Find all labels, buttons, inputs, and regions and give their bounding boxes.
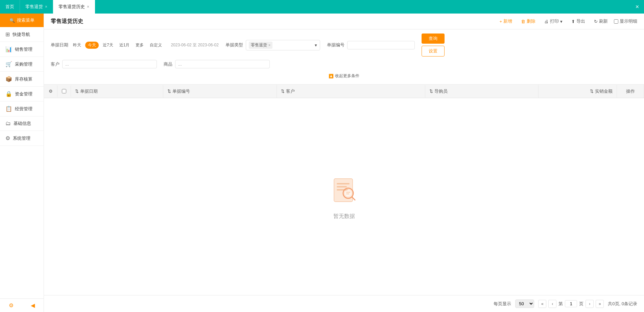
sidebar-item-quick-nav-label: 快捷导航 bbox=[13, 31, 30, 38]
print-icon: 🖨 bbox=[544, 19, 549, 24]
show-detail-checkbox[interactable] bbox=[614, 19, 618, 24]
th-amount[interactable]: ⇅ 实销金额 bbox=[539, 85, 617, 98]
sidebar-item-basic-info[interactable]: 🗂 基础信息 bbox=[0, 116, 44, 131]
window-close-button[interactable]: × bbox=[630, 3, 644, 10]
export-button[interactable]: ⬆ 导出 bbox=[569, 17, 588, 26]
tab-retail-return-history-label: 零售退货历史 bbox=[58, 4, 85, 10]
th-guide-sort-icon: ⇅ bbox=[429, 89, 433, 94]
filter-area: 单据日期 昨天 今天 近7天 近1月 更多 自定义 2023-06-02 至 2… bbox=[44, 29, 644, 85]
sidebar-item-operations[interactable]: 📋 经营管理 bbox=[0, 102, 44, 116]
table-header: ⚙ ⇅ 单据日期 ⇅ 单据编号 ⇅ 客户 ⇅ bbox=[44, 85, 644, 98]
refresh-label: 刷新 bbox=[599, 18, 608, 24]
tab-retail-return-close[interactable]: × bbox=[45, 4, 47, 9]
th-customer[interactable]: ⇅ 客户 bbox=[277, 85, 425, 98]
voucher-type-filter: 单据类型 零售退货 × ▾ bbox=[225, 40, 320, 50]
page-next-button[interactable]: › bbox=[586, 300, 594, 308]
tab-home[interactable]: 首页 bbox=[0, 0, 20, 14]
sidebar-item-operations-label: 经营管理 bbox=[15, 106, 32, 112]
voucher-type-tag-text: 零售退货 bbox=[251, 42, 267, 48]
customer-filter: 客户 ... bbox=[51, 60, 157, 68]
sidebar-item-purchase-label: 采购管理 bbox=[15, 61, 32, 67]
th-action: 操作 bbox=[617, 85, 644, 98]
sidebar-item-sales-label: 销售管理 bbox=[15, 46, 32, 52]
tab-retail-return[interactable]: 零售退货 × bbox=[20, 0, 53, 14]
empty-text: 暂无数据 bbox=[333, 213, 355, 220]
refresh-button[interactable]: ↻ 刷新 bbox=[591, 17, 611, 26]
filter-row-1: 单据日期 昨天 今天 近7天 近1月 更多 自定义 2023-06-02 至 2… bbox=[51, 34, 637, 57]
goods-dots: ... bbox=[178, 62, 182, 67]
select-all-checkbox[interactable] bbox=[62, 89, 66, 93]
purchase-icon: 🛒 bbox=[5, 61, 12, 67]
page-prev-button[interactable]: ‹ bbox=[548, 300, 556, 308]
customer-select[interactable]: ... bbox=[62, 60, 157, 68]
voucher-type-select[interactable]: 零售退货 × ▾ bbox=[246, 40, 320, 50]
goods-label: 商品 bbox=[164, 61, 172, 67]
pagination: 每页显示 50 10 20 100 « ‹ 第 页 › » 共0页, 0条记录 bbox=[44, 295, 644, 312]
voucher-type-tag: 零售退货 × bbox=[249, 42, 272, 49]
voucher-type-tag-close[interactable]: × bbox=[268, 43, 270, 47]
sidebar-item-quick-nav[interactable]: ⊞ 快捷导航 bbox=[0, 27, 44, 42]
sidebar-item-purchase[interactable]: 🛒 采购管理 bbox=[0, 57, 44, 72]
goods-select[interactable]: ... bbox=[175, 60, 270, 68]
sales-icon: 📊 bbox=[5, 46, 12, 52]
settings-button[interactable]: 设置 bbox=[422, 46, 445, 57]
page-header: 零售退货历史 + 新增 🗑 删除 🖨 打印 ▾ ⬆ 导出 bbox=[44, 14, 644, 29]
date-more[interactable]: 更多 bbox=[134, 42, 146, 49]
th-checkbox bbox=[57, 86, 71, 97]
add-label: 新增 bbox=[503, 18, 512, 24]
show-detail-checkbox-group: 显示明细 bbox=[614, 18, 637, 24]
query-button[interactable]: 查询 bbox=[422, 34, 445, 44]
page-size-select[interactable]: 50 10 20 100 bbox=[515, 299, 534, 308]
page-size-label: 每页显示 bbox=[494, 301, 511, 307]
th-amount-label: 实销金额 bbox=[595, 88, 613, 94]
customer-dots: ... bbox=[65, 62, 69, 67]
th-guide[interactable]: ⇅ 导购员 bbox=[425, 85, 539, 98]
customer-label: 客户 bbox=[51, 61, 59, 67]
collapse-button[interactable]: 🔼 收起更多条件 bbox=[325, 72, 363, 80]
sidebar-search-label: 搜索菜单 bbox=[17, 17, 34, 23]
date-7days[interactable]: 近7天 bbox=[101, 42, 115, 49]
date-filter: 单据日期 昨天 今天 近7天 近1月 更多 自定义 bbox=[51, 42, 164, 49]
page-last-button[interactable]: » bbox=[596, 300, 604, 308]
sidebar-bottom: ⚙ ◀ bbox=[0, 298, 44, 312]
print-label: 打印 bbox=[550, 18, 559, 24]
date-shortcuts: 昨天 今天 近7天 近1月 更多 自定义 bbox=[71, 42, 164, 49]
sidebar-item-finance[interactable]: 🔒 资金管理 bbox=[0, 87, 44, 102]
print-dropdown-icon: ▾ bbox=[560, 19, 563, 24]
page-nav: « ‹ 第 页 › » bbox=[538, 300, 604, 308]
svg-rect-1 bbox=[337, 183, 350, 184]
refresh-icon: ↻ bbox=[594, 19, 598, 24]
th-action-label: 操作 bbox=[626, 88, 635, 94]
tab-retail-return-history-close[interactable]: × bbox=[87, 4, 89, 9]
add-button[interactable]: + 新增 bbox=[497, 17, 515, 26]
sidebar-item-inventory[interactable]: 📦 库存核算 bbox=[0, 72, 44, 87]
sidebar-search[interactable]: 🔍 搜索菜单 bbox=[0, 14, 44, 27]
tab-retail-return-history[interactable]: 零售退货历史 × bbox=[53, 0, 95, 14]
quick-nav-icon: ⊞ bbox=[5, 31, 10, 38]
voucher-no-input[interactable] bbox=[347, 41, 415, 49]
voucher-no-filter: 单据编号 bbox=[327, 41, 415, 49]
delete-button[interactable]: 🗑 删除 bbox=[518, 17, 538, 26]
th-code[interactable]: ⇅ 单据编号 bbox=[163, 85, 277, 98]
th-customer-label: 客户 bbox=[286, 88, 295, 94]
voucher-type-label: 单据类型 bbox=[225, 42, 243, 48]
date-yesterday[interactable]: 昨天 bbox=[71, 42, 83, 49]
th-settings[interactable]: ⚙ bbox=[44, 85, 57, 97]
sidebar-item-basic-info-label: 基础信息 bbox=[14, 120, 31, 127]
page-input[interactable] bbox=[565, 300, 577, 307]
date-today[interactable]: 今天 bbox=[85, 42, 99, 49]
sidebar-item-sales[interactable]: 📊 销售管理 bbox=[0, 42, 44, 57]
date-1month[interactable]: 近1月 bbox=[117, 42, 132, 49]
sidebar-item-system[interactable]: ⚙ 系统管理 bbox=[0, 131, 44, 146]
sidebar-collapse-button[interactable]: ◀ bbox=[31, 302, 35, 309]
sidebar-settings-button[interactable]: ⚙ bbox=[9, 302, 14, 309]
th-date[interactable]: ⇅ 单据日期 bbox=[71, 85, 163, 98]
th-code-sort-icon: ⇅ bbox=[167, 89, 171, 94]
th-code-label: 单据编号 bbox=[172, 88, 190, 94]
print-button[interactable]: 🖨 打印 ▾ bbox=[542, 17, 565, 26]
date-custom[interactable]: 自定义 bbox=[148, 42, 164, 49]
page-unit: 页 bbox=[579, 301, 583, 307]
page-first-button[interactable]: « bbox=[538, 300, 546, 308]
th-date-label: 单据日期 bbox=[80, 88, 98, 94]
date-label: 单据日期 bbox=[51, 42, 68, 48]
